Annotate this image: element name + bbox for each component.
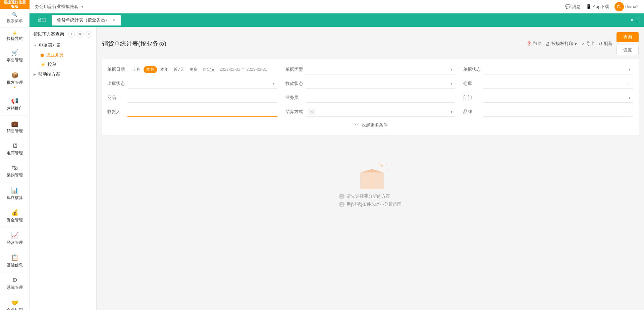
svg-point-3 — [386, 168, 388, 170]
receiver-more-icon[interactable]: ··· — [271, 109, 275, 114]
template-print-label: 按模板打印 — [551, 41, 573, 47]
refresh-btn[interactable]: ↺ 刷新 — [599, 41, 612, 47]
department-input[interactable]: ▾ — [483, 93, 633, 103]
add-scheme-btn[interactable]: + — [68, 31, 75, 38]
brand-input[interactable]: ··· — [483, 107, 633, 117]
tab-bar: 首页 销货单统计表（按业务员） ✕ ✕ ⛶ — [30, 13, 644, 27]
brand-more-icon[interactable]: ··· — [627, 109, 631, 114]
tab-home[interactable]: 首页 — [32, 15, 52, 25]
sidebar-item-finance[interactable]: 💰 资金管理 — [0, 205, 30, 227]
salesperson-more-icon[interactable]: ··· — [449, 95, 453, 100]
marketing-icon: 📢 — [11, 97, 18, 105]
setting-button[interactable]: 设置 — [616, 45, 639, 55]
settle-clear-icon[interactable]: ✕ — [310, 109, 314, 114]
edit-scheme-btn[interactable]: ✏ — [77, 31, 84, 38]
retail-icon: 🛒 — [11, 49, 18, 56]
message-btn[interactable]: 💬 消息 — [565, 4, 581, 10]
filter-row-2: 出库状态 ▾ 收款状态 ▾ — [107, 79, 633, 89]
collapse-panel-btn[interactable]: « — [86, 31, 92, 38]
app-download-btn[interactable]: 📱 App下载 — [586, 4, 609, 10]
help-icon: ❓ — [526, 41, 532, 46]
query-button[interactable]: 查询 — [616, 32, 639, 42]
tab-fullscreen-icon[interactable]: ⛶ — [637, 17, 641, 23]
collect-status-input[interactable]: ▾ — [306, 79, 455, 89]
collect-status-label: 收款状态 — [285, 81, 306, 87]
breadcrumb-area: 办公用品行业模拟账套 ▾ — [35, 4, 84, 10]
sidebar-item-wholesale[interactable]: 📦 批发管理 ▲ — [0, 67, 30, 93]
collapse-btn[interactable]: ⌃⌃ 收起更多条件 — [353, 121, 388, 130]
doc-type-label: 单据类型 — [285, 66, 306, 72]
product-label: 商品 — [107, 95, 127, 101]
sidebar-item-sales[interactable]: 💼 销售管理 — [0, 116, 30, 138]
operation-label: 经营管理 — [7, 240, 23, 246]
doc-status-input[interactable]: ▾ — [483, 64, 633, 74]
doc-type-dropdown-icon: ▾ — [450, 67, 452, 72]
sidebar-item-marketing[interactable]: 📢 营销推广 — [0, 93, 30, 116]
product-more-icon[interactable]: ··· — [271, 95, 275, 100]
page-title: 销货单统计表(按业务员) — [102, 40, 166, 48]
search-icon: 🔍 — [12, 12, 17, 17]
sidebar-item-retail[interactable]: 🛒 零售管理 — [0, 45, 30, 67]
filter-row-4: 收货人 ··· 结算方式 ✕ ▾ — [107, 107, 633, 117]
salesperson-input[interactable]: ··· — [306, 93, 455, 103]
sales-label: 销售管理 — [7, 128, 23, 134]
tree-item-by-salesperson[interactable]: ⬟ 按业务员 — [30, 50, 96, 60]
sidebar-item-basic[interactable]: 📋 基础信息 — [0, 250, 30, 272]
filter-warehouse: 仓库 ··· — [463, 79, 633, 89]
tab-close-window-icon[interactable]: ✕ — [630, 17, 634, 23]
sidebar-logo: 畅捷通好生意标版 — [0, 0, 30, 9]
doc-type-input[interactable]: ▾ — [306, 64, 455, 74]
tab-sales-stat[interactable]: 销货单统计表（按业务员） ✕ — [52, 15, 121, 25]
left-panel: 按以下方案查询 + ✏ « ▼ 电脑端方案 ⬟ 按业务员 ⚡ 按单 — [30, 27, 97, 310]
refresh-label: 刷新 — [604, 41, 612, 47]
breadcrumb-text: 办公用品行业模拟账套 — [35, 4, 78, 10]
template-print-btn[interactable]: 🖨 按模板打印 ▾ — [546, 41, 577, 47]
tree-mobile-label: 移动端方案 — [38, 71, 60, 77]
username: demo2 — [625, 4, 639, 9]
date-btn-this-year[interactable]: 本年 — [158, 66, 170, 73]
date-btn-last-month[interactable]: 上月 — [130, 66, 142, 73]
left-panel-title: 按以下方案查询 — [34, 31, 64, 37]
out-status-dropdown-icon: ▾ — [273, 81, 275, 86]
sidebar-item-inventory[interactable]: 📊 库存核算 — [0, 183, 30, 205]
out-status-input[interactable]: ▾ — [127, 79, 277, 89]
export-btn[interactable]: ↗ 导出 — [581, 41, 595, 47]
filter-form: 单据日期 上月 本月 本年 近7天 更多 自定义 2023-03-01 至 20… — [102, 59, 639, 135]
sidebar-item-corp[interactable]: 🤝 企业协同 — [0, 295, 30, 310]
tree-mobile-schemes[interactable]: ▶ 移动端方案 — [30, 69, 96, 79]
refresh-icon: ↺ — [599, 41, 602, 46]
sidebar-item-purchase[interactable]: 🛍 采购管理 — [0, 160, 30, 183]
tree-item-by-order[interactable]: ⚡ 按单 — [30, 60, 96, 69]
receiver-input[interactable]: ··· — [127, 107, 277, 117]
settle-input[interactable]: ✕ ▾ — [306, 107, 455, 117]
header-right: 💬 消息 📱 App下载 Ea demo2 — [565, 2, 639, 11]
product-input[interactable]: ··· — [127, 93, 277, 103]
tab-close-icon[interactable]: ✕ — [112, 18, 115, 22]
date-btn-this-month[interactable]: 本月 — [144, 66, 157, 73]
collapse-up-icon: ⌃⌃ — [353, 123, 360, 128]
tree-desktop-schemes[interactable]: ▼ 电脑端方案 — [30, 40, 96, 50]
breadcrumb-dropdown-icon[interactable]: ▾ — [81, 4, 84, 9]
inventory-icon: 📊 — [11, 187, 18, 194]
date-btn-custom[interactable]: 自定义 — [201, 66, 217, 73]
help-btn[interactable]: ❓ 帮助 — [526, 41, 542, 47]
out-status-label: 出库状态 — [107, 81, 127, 87]
sidebar-item-ecommerce[interactable]: 🖥 电商管理 — [0, 138, 30, 160]
warehouse-more-icon[interactable]: ··· — [627, 81, 631, 86]
filter-settle: 结算方式 ✕ ▾ — [285, 107, 455, 117]
date-range-text: 2023-03-01 至 2023-03-31 — [220, 67, 267, 72]
logo-text: 畅捷通好生意标版 — [4, 0, 26, 9]
filter-doc-status: 单据状态 ▾ — [463, 64, 633, 74]
sidebar-item-system[interactable]: ⚙ 系统管理 — [0, 272, 30, 295]
filter-out-status: 出库状态 ▾ — [107, 79, 277, 89]
sidebar-shortcut[interactable]: ⚡ 快捷导航 — [0, 28, 30, 45]
shortcut-label: 快捷导航 — [7, 36, 23, 42]
sidebar: 畅捷通好生意标版 🔍 搜索菜单 ⚡ 快捷导航 🛒 零售管理 📦 批发管理 ▲ 📢… — [0, 0, 30, 310]
date-btn-more[interactable]: 更多 — [187, 66, 200, 73]
date-btn-7days[interactable]: 近7天 — [172, 66, 186, 73]
sidebar-item-operation[interactable]: 📈 经营管理 — [0, 227, 30, 250]
salesperson-label: 业务员 — [285, 95, 306, 101]
sidebar-search[interactable]: 🔍 搜索菜单 — [0, 9, 30, 28]
warehouse-input[interactable]: ··· — [483, 79, 633, 89]
user-area[interactable]: Ea demo2 — [614, 2, 639, 11]
